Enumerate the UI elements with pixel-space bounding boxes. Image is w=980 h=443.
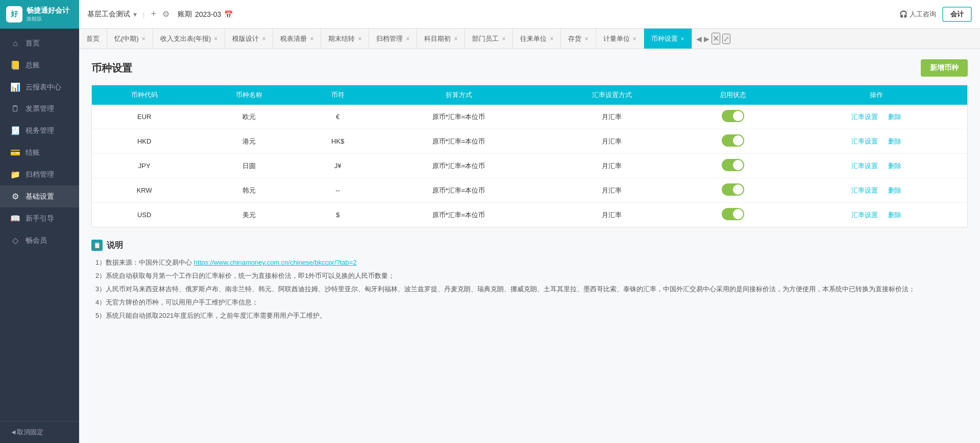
enable-status[interactable] bbox=[680, 129, 785, 154]
rate-setting-link[interactable]: 汇率设置 bbox=[851, 186, 878, 194]
rate-setting-link[interactable]: 汇率设置 bbox=[851, 113, 878, 121]
tab-balance[interactable]: 忆(中期)× bbox=[107, 29, 153, 49]
period-selector[interactable]: 账期 2023-03 📅 bbox=[178, 10, 233, 19]
notes-list: 1）数据来源：中国外汇交易中心 https://www.chinamoney.c… bbox=[91, 256, 968, 322]
tab-inventory[interactable]: 存货× bbox=[561, 29, 596, 49]
sidebar-item-guide[interactable]: 📖新手引导 bbox=[0, 207, 79, 229]
delete-link[interactable]: 删除 bbox=[888, 137, 901, 145]
rate-setting-link[interactable]: 汇率设置 bbox=[851, 162, 878, 170]
tab-tax[interactable]: 税表清册× bbox=[273, 29, 321, 49]
tab-dept[interactable]: 部门员工× bbox=[465, 29, 513, 49]
sidebar-item-reports[interactable]: 📊云报表中心 bbox=[0, 76, 79, 98]
tab-close-period[interactable]: × bbox=[358, 35, 361, 42]
tab-close-customers[interactable]: × bbox=[550, 35, 553, 42]
delete-link[interactable]: 删除 bbox=[888, 113, 901, 121]
enable-toggle[interactable] bbox=[722, 208, 744, 220]
maximize-button[interactable]: ⤢ bbox=[722, 34, 730, 44]
tab-close-balance[interactable]: × bbox=[142, 35, 145, 42]
currency-code: JPY bbox=[92, 154, 197, 178]
tab-label-accounts: 科目期初 bbox=[424, 34, 451, 43]
tab-scroll-left-button[interactable]: ◀ bbox=[696, 35, 702, 43]
enable-status[interactable] bbox=[680, 203, 785, 227]
sidebar-label-ledger: 总账 bbox=[26, 61, 40, 70]
tab-label-template: 模版设计 bbox=[232, 34, 259, 43]
add-company-button[interactable]: + bbox=[151, 9, 156, 19]
enable-toggle[interactable] bbox=[722, 159, 744, 171]
enable-status[interactable] bbox=[680, 105, 785, 129]
tab-income[interactable]: 收入支出表(年报)× bbox=[153, 29, 226, 49]
tab-close-income[interactable]: × bbox=[214, 35, 217, 42]
action-cell: 汇率设置 删除 bbox=[786, 154, 967, 178]
tab-close-template[interactable]: × bbox=[262, 35, 265, 42]
currency-symbol: -- bbox=[302, 178, 374, 203]
sidebar-logo: 好 畅捷通好会计 旗舰版 bbox=[0, 0, 79, 29]
tab-close-tax[interactable]: × bbox=[310, 35, 313, 42]
tab-label-tax: 税表清册 bbox=[280, 34, 307, 43]
sidebar-pin-toggle[interactable]: ◄取消固定 bbox=[0, 421, 79, 443]
tab-template[interactable]: 模版设计× bbox=[225, 29, 273, 49]
company-settings-icon[interactable]: ⚙ bbox=[162, 9, 169, 19]
table-row: HKD 港元 HK$ 原币*汇率=本位币 月汇率 汇率设置 删除 bbox=[92, 129, 967, 154]
tab-close-unit[interactable]: × bbox=[633, 35, 636, 42]
tab-close-inventory[interactable]: × bbox=[584, 35, 588, 42]
sidebar-item-tax[interactable]: 🧾税务管理 bbox=[0, 120, 79, 142]
sidebar-item-home[interactable]: ⌂首页 bbox=[0, 33, 79, 54]
topbar: 基层工会测试 ▾ | + ⚙ 账期 2023-03 📅 🎧 人工咨询 会计 bbox=[79, 0, 980, 29]
tab-close-currency[interactable]: × bbox=[681, 35, 684, 42]
tab-accounts[interactable]: 科目期初× bbox=[417, 29, 465, 49]
table-header-cell: 币种代码 bbox=[92, 85, 197, 105]
notes-icon: 📋 bbox=[91, 240, 103, 251]
sidebar-icon-member: ◇ bbox=[10, 236, 20, 245]
sidebar-item-ledger[interactable]: 📒总账 bbox=[0, 54, 79, 76]
sidebar-item-settings[interactable]: ⚙基础设置 bbox=[0, 185, 79, 207]
sidebar-item-member[interactable]: ◇畅会员 bbox=[0, 229, 79, 251]
currency-code: HKD bbox=[92, 129, 197, 154]
sidebar-label-settings: 基础设置 bbox=[26, 192, 54, 201]
tab-customers[interactable]: 往来单位× bbox=[513, 29, 561, 49]
note-item: 1）数据来源：中国外汇交易中心 https://www.chinamoney.c… bbox=[91, 256, 968, 269]
tab-period[interactable]: 期末结转× bbox=[321, 29, 369, 49]
rate-type: 月汇率 bbox=[543, 178, 680, 203]
service-button[interactable]: 🎧 人工咨询 bbox=[899, 10, 936, 19]
sidebar-item-archive[interactable]: 📁归档管理 bbox=[0, 164, 79, 185]
rate-type: 月汇率 bbox=[543, 105, 680, 129]
sidebar-label-checkout: 结账 bbox=[26, 148, 40, 157]
currency-symbol: $ bbox=[302, 203, 374, 227]
tab-label-home: 首页 bbox=[86, 34, 100, 43]
note-item: 4）无官方牌价的币种，可以用用户手工维护汇率信息； bbox=[91, 296, 968, 309]
tab-home[interactable]: 首页 bbox=[79, 29, 107, 49]
action-cell: 汇率设置 删除 bbox=[786, 105, 967, 129]
rate-type: 月汇率 bbox=[543, 154, 680, 178]
tab-archive[interactable]: 归档管理× bbox=[369, 29, 417, 49]
tab-close-dept[interactable]: × bbox=[502, 35, 505, 42]
tab-close-archive[interactable]: × bbox=[406, 35, 409, 42]
account-type-button[interactable]: 会计 bbox=[942, 7, 972, 22]
delete-link[interactable]: 删除 bbox=[888, 186, 901, 194]
company-name: 基层工会测试 bbox=[87, 10, 130, 19]
sidebar-item-invoice[interactable]: 🗒发票管理 bbox=[0, 98, 79, 120]
tab-close-accounts[interactable]: × bbox=[454, 35, 457, 42]
close-tab-button[interactable]: ✕ bbox=[712, 33, 720, 44]
enable-toggle[interactable] bbox=[722, 110, 744, 122]
table-row: USD 美元 $ 原币*汇率=本位币 月汇率 汇率设置 删除 bbox=[92, 203, 967, 227]
delete-link[interactable]: 删除 bbox=[888, 211, 901, 219]
notes-link[interactable]: https://www.chinamoney.com.cn/chinese/bk… bbox=[194, 259, 357, 266]
new-currency-button[interactable]: 新增币种 bbox=[921, 59, 968, 77]
tab-currency[interactable]: 币种设置× bbox=[644, 29, 692, 49]
sidebar-label-tax: 税务管理 bbox=[26, 126, 54, 135]
period-value: 2023-03 bbox=[195, 10, 221, 18]
rate-setting-link[interactable]: 汇率设置 bbox=[851, 137, 878, 145]
enable-toggle[interactable] bbox=[722, 183, 744, 196]
company-selector[interactable]: 基层工会测试 ▾ bbox=[87, 10, 137, 19]
enable-status[interactable] bbox=[680, 154, 785, 178]
tab-unit[interactable]: 计量单位× bbox=[596, 29, 644, 49]
logo-icon: 好 bbox=[6, 6, 22, 22]
delete-link[interactable]: 删除 bbox=[888, 162, 901, 170]
enable-toggle[interactable] bbox=[722, 134, 744, 147]
sidebar-icon-checkout: 💳 bbox=[10, 148, 20, 157]
currency-name: 欧元 bbox=[197, 105, 301, 129]
tab-scroll-right-button[interactable]: ▶ bbox=[704, 35, 709, 43]
sidebar-item-checkout[interactable]: 💳结账 bbox=[0, 142, 79, 164]
rate-setting-link[interactable]: 汇率设置 bbox=[851, 211, 878, 219]
enable-status[interactable] bbox=[680, 178, 785, 203]
